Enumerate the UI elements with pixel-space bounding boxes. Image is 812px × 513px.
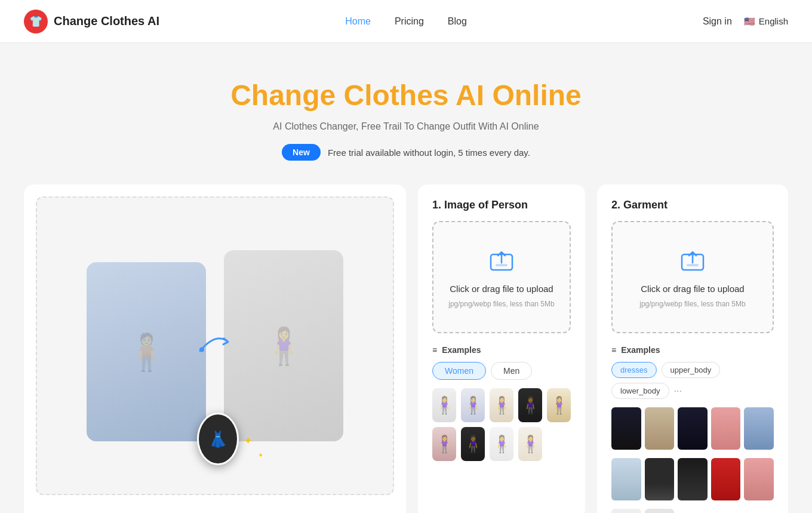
garment-thumbnails-row3 bbox=[611, 509, 774, 513]
garment-examples-label: Examples bbox=[621, 345, 660, 355]
tab-women[interactable]: Women bbox=[432, 362, 486, 380]
person-thumbnails: 🧍‍♀️ 🧍‍♀️ 🧍‍♀️ 🧍‍♀️ 🧍‍♀️ 🧍‍♀️ 🧍‍♀️ 🧍‍♀️ … bbox=[432, 388, 571, 461]
badge-text: Free trial available without login, 5 ti… bbox=[328, 148, 530, 158]
garment-thumb-3[interactable] bbox=[678, 407, 708, 450]
showcase-figures: 🧍 🧍‍♀️ bbox=[37, 238, 393, 453]
garment-upload-hint: jpg/png/webp files, less than 5Mb bbox=[639, 300, 745, 308]
garment-thumb-6[interactable] bbox=[611, 458, 641, 500]
tab-men[interactable]: Men bbox=[491, 362, 532, 380]
garment-preview-thumb: 👗 bbox=[197, 413, 239, 465]
hero-title: Change Clothes AI Online bbox=[24, 79, 788, 112]
garment-panel: 2. Garment Click or drag file to upload … bbox=[597, 185, 788, 513]
garment-thumb-9[interactable] bbox=[711, 458, 741, 500]
cat-more[interactable]: ··· bbox=[674, 386, 682, 397]
cat-dresses[interactable]: dresses bbox=[611, 362, 657, 378]
examples-label: Examples bbox=[442, 345, 481, 355]
garment-thumbnails-row2 bbox=[611, 458, 774, 500]
figure-before-placeholder: 🧍 bbox=[124, 331, 169, 373]
person-thumb-8[interactable]: 🧍‍♀️ bbox=[490, 427, 513, 461]
garment-thumb-10[interactable] bbox=[744, 458, 774, 500]
garment-category-tags: dresses upper_body lower_body ··· bbox=[611, 362, 774, 399]
language-label: English bbox=[759, 16, 788, 26]
garment-thumb-7[interactable] bbox=[645, 458, 675, 500]
garment-thumbnails-row1 bbox=[611, 407, 774, 450]
nav-pricing[interactable]: Pricing bbox=[395, 16, 424, 27]
person-thumb-6[interactable]: 🧍‍♀️ bbox=[432, 427, 456, 461]
person-thumb-9[interactable]: 🧍‍♀️ bbox=[518, 427, 542, 461]
figure-after-placeholder: 🧍‍♀️ bbox=[262, 325, 306, 367]
garment-panel-title: 2. Garment bbox=[611, 199, 774, 211]
person-panel: 1. Image of Person Click or drag file to… bbox=[418, 185, 585, 513]
person-thumb-1[interactable]: 🧍‍♀️ bbox=[432, 388, 456, 422]
person-thumb-4[interactable]: 🧍‍♀️ bbox=[518, 388, 542, 422]
garment-upload-area[interactable]: Click or drag file to upload jpg/png/web… bbox=[611, 221, 774, 333]
showcase-inner: 🧍 🧍‍♀️ bbox=[36, 196, 394, 495]
main-panels: 🧍 🧍‍♀️ bbox=[24, 185, 788, 513]
hero-badge-row: New Free trial available without login, … bbox=[24, 144, 788, 161]
new-badge: New bbox=[282, 144, 321, 161]
hero-section: Change Clothes AI Online AI Clothes Chan… bbox=[24, 79, 788, 161]
garment-thumb-11[interactable] bbox=[611, 509, 641, 513]
garment-examples-header: ≡ Examples bbox=[611, 345, 774, 355]
examples-icon: ≡ bbox=[432, 345, 437, 355]
person-upload-text: Click or drag file to upload bbox=[450, 284, 553, 294]
gender-tabs: Women Men bbox=[432, 362, 571, 380]
sparkle-2: ✦ bbox=[258, 451, 263, 459]
person-upload-icon bbox=[488, 246, 515, 278]
person-thumb-7[interactable]: 🧍‍♀️ bbox=[461, 427, 485, 461]
garment-examples-icon: ≡ bbox=[611, 345, 616, 355]
person-upload-area[interactable]: Click or drag file to upload jpg/png/web… bbox=[432, 221, 571, 333]
garment-thumb-5[interactable] bbox=[744, 407, 774, 450]
person-upload-hint: jpg/png/webp files, less than 5Mb bbox=[448, 300, 554, 308]
garment-upload-text: Click or drag file to upload bbox=[641, 284, 744, 294]
nav-blog[interactable]: Blog bbox=[448, 16, 467, 27]
person-thumb-3[interactable]: 🧍‍♀️ bbox=[490, 388, 513, 422]
hero-subtitle: AI Clothes Changer, Free Trail To Change… bbox=[24, 121, 788, 132]
figure-after: 🧍‍♀️ bbox=[224, 250, 343, 441]
main-nav: Home Pricing Blog bbox=[345, 16, 467, 27]
nav-home[interactable]: Home bbox=[345, 16, 371, 27]
sign-in-button[interactable]: Sign in bbox=[703, 16, 732, 27]
person-thumb-5[interactable]: 🧍‍♀️ bbox=[547, 388, 571, 422]
header-right: Sign in 🇺🇸 English bbox=[703, 16, 788, 27]
brand-name: Change Clothes AI bbox=[54, 14, 159, 28]
garment-thumb-2[interactable] bbox=[645, 407, 675, 450]
figure-before: 🧍 bbox=[87, 262, 206, 441]
logo-icon: 👕 bbox=[24, 10, 48, 33]
svg-rect-2 bbox=[496, 264, 508, 266]
garment-thumb-1[interactable] bbox=[611, 407, 641, 450]
language-selector[interactable]: 🇺🇸 English bbox=[744, 16, 788, 27]
person-thumb-2[interactable]: 🧍‍♀️ bbox=[461, 388, 485, 422]
sparkle-1: ✦ bbox=[244, 434, 253, 447]
svg-point-0 bbox=[199, 348, 204, 352]
showcase-panel: 🧍 🧍‍♀️ bbox=[24, 185, 406, 513]
svg-rect-4 bbox=[687, 264, 699, 266]
garment-upload-icon bbox=[679, 246, 706, 278]
person-panel-title: 1. Image of Person bbox=[432, 199, 571, 211]
garment-thumb-12[interactable] bbox=[645, 509, 675, 513]
cat-lower-body[interactable]: lower_body bbox=[611, 383, 669, 399]
garment-thumb-8[interactable] bbox=[678, 458, 708, 500]
person-examples-header: ≡ Examples bbox=[432, 345, 571, 355]
flag-icon: 🇺🇸 bbox=[744, 16, 755, 27]
garment-thumb-4[interactable] bbox=[711, 407, 741, 450]
transform-arrow bbox=[197, 330, 233, 357]
logo-area[interactable]: 👕 Change Clothes AI bbox=[24, 10, 159, 33]
cat-upper-body[interactable]: upper_body bbox=[662, 362, 721, 378]
